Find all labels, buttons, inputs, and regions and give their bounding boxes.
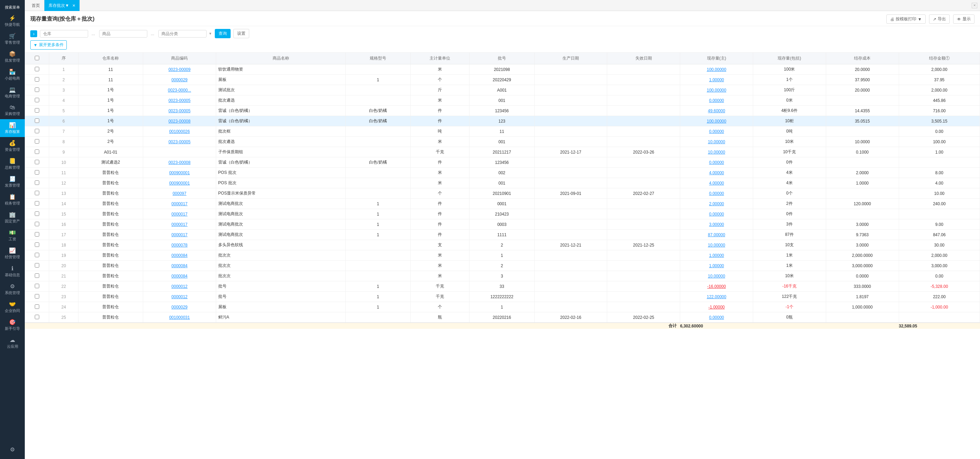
tab-close-icon[interactable]: ✕ (72, 3, 75, 8)
row-qty-main[interactable]: 10.00000 (680, 271, 753, 281)
row-qty-main[interactable]: 4.00000 (680, 168, 753, 178)
settings-gear-icon[interactable]: ⚙ (0, 443, 25, 456)
sidebar-search[interactable]: 搜索菜单 (0, 3, 25, 12)
row-checkbox[interactable] (35, 108, 39, 113)
row-checkbox[interactable] (35, 129, 39, 133)
sidebar-item-ministore[interactable]: 🏪 小超电商 (0, 66, 25, 84)
expand-filter-button[interactable]: › (30, 30, 37, 37)
sidebar-item-sysadmin[interactable]: ⚙ 系统管理 (0, 280, 25, 298)
row-qty-main[interactable]: 87.00000 (680, 230, 753, 240)
row-checkbox[interactable] (35, 273, 39, 278)
sidebar-item-quicknav[interactable]: ⚡ 快捷导航 (0, 12, 25, 30)
sidebar-item-wholesale[interactable]: 📦 批发管理 (0, 48, 25, 66)
row-checkbox[interactable] (35, 253, 39, 257)
row-qty-main[interactable]: 1.00000 (680, 75, 753, 85)
product-input[interactable] (99, 30, 147, 38)
row-checkbox[interactable] (35, 160, 39, 164)
window-close-button[interactable]: ✕ (972, 3, 977, 8)
sidebar-item-retail[interactable]: 🛒 零售管理 (0, 30, 25, 48)
row-code[interactable]: 0000029 (143, 75, 216, 85)
row-code[interactable]: 0000012 (143, 281, 216, 292)
row-code[interactable]: 0023-00005 (143, 137, 216, 147)
tab-inventory-batch[interactable]: 库存批次▼ ✕ (45, 0, 80, 11)
row-checkbox[interactable] (35, 88, 39, 92)
row-code[interactable]: 000900001 (143, 178, 216, 188)
row-code[interactable]: 000900001 (143, 168, 216, 178)
row-code[interactable]: 0000084 (143, 271, 216, 281)
row-code[interactable]: 0000017 (143, 219, 216, 230)
row-code[interactable]: 0000084 (143, 250, 216, 261)
row-checkbox[interactable] (35, 67, 39, 71)
row-checkbox[interactable] (35, 284, 39, 288)
row-code[interactable] (143, 147, 216, 157)
row-qty-main[interactable]: 3.00000 (680, 219, 753, 230)
row-checkbox[interactable] (35, 294, 39, 298)
row-checkbox[interactable] (35, 98, 39, 102)
row-code[interactable]: 0000078 (143, 240, 216, 250)
row-qty-main[interactable]: 2.00000 (680, 199, 753, 209)
row-qty-main[interactable]: 1.00000 (680, 261, 753, 271)
sidebar-item-inventory[interactable]: 📊 库存核算 (0, 119, 25, 137)
row-code[interactable]: 0023-00008 (143, 116, 216, 126)
row-qty-main[interactable]: 10.00000 (680, 240, 753, 250)
query-button[interactable]: 查询 (215, 29, 231, 38)
row-qty-main[interactable]: 0.00000 (680, 188, 753, 199)
export-button[interactable]: ↗ 导出 (929, 14, 950, 24)
sidebar-item-newbie[interactable]: 🎯 新手引导 (0, 316, 25, 334)
row-qty-main[interactable]: 49.60000 (680, 106, 753, 116)
row-checkbox[interactable] (35, 201, 39, 206)
row-qty-main[interactable]: 1.00000 (680, 250, 753, 261)
row-checkbox[interactable] (35, 232, 39, 237)
print-button[interactable]: 🖨 按模板打印 ▼ (886, 14, 926, 24)
row-code[interactable]: 0000017 (143, 230, 216, 240)
warehouse-input[interactable] (40, 30, 88, 38)
row-qty-main[interactable]: 100.00000 (680, 85, 753, 96)
row-checkbox[interactable] (35, 180, 39, 185)
category-input[interactable] (158, 30, 207, 38)
row-qty-main[interactable]: 4.00000 (680, 178, 753, 188)
settings-button[interactable]: 设置 (233, 29, 249, 38)
row-checkbox[interactable] (35, 77, 39, 81)
row-qty-main[interactable]: 0.00000 (680, 209, 753, 219)
sidebar-item-assets[interactable]: 🏢 固定资产 (0, 209, 25, 226)
sidebar-item-operations[interactable]: 📈 经营管理 (0, 244, 25, 262)
sidebar-item-invoice[interactable]: 🧾 发票管理 (0, 173, 25, 191)
sidebar-item-purchase[interactable]: 🛍 采购管理 (0, 102, 25, 119)
row-qty-main[interactable]: 100.00000 (680, 64, 753, 75)
tab-home[interactable]: 首页 (27, 0, 45, 11)
row-qty-main[interactable]: 10.00000 (680, 137, 753, 147)
row-checkbox[interactable] (35, 242, 39, 247)
row-checkbox[interactable] (35, 263, 39, 268)
row-qty-main[interactable]: 100.00000 (680, 116, 753, 126)
row-code[interactable]: 0023-0000... (143, 85, 216, 96)
row-qty-main[interactable]: 0.00000 (680, 312, 753, 323)
row-code[interactable]: 000097 (143, 188, 216, 199)
row-code[interactable]: 0000029 (143, 302, 216, 312)
row-code[interactable]: 001000031 (143, 312, 216, 323)
row-checkbox[interactable] (35, 118, 39, 123)
row-checkbox[interactable] (35, 304, 39, 309)
row-checkbox[interactable] (35, 150, 39, 154)
sidebar-item-basicinfo[interactable]: ℹ 基础信息 (0, 262, 25, 280)
row-code[interactable]: 0023-00005 (143, 106, 216, 116)
row-code[interactable]: 0023-00008 (143, 157, 216, 168)
row-code[interactable]: 0000012 (143, 292, 216, 302)
row-checkbox[interactable] (35, 222, 39, 226)
row-qty-main[interactable]: -1.00000 (680, 302, 753, 312)
row-code[interactable]: 0023-00005 (143, 96, 216, 106)
row-qty-main[interactable]: 122.00000 (680, 292, 753, 302)
sidebar-item-ecommerce[interactable]: 💻 电商管理 (0, 84, 25, 102)
row-code[interactable]: 0000017 (143, 209, 216, 219)
sidebar-item-finance[interactable]: 💰 资金管理 (0, 137, 25, 155)
display-button[interactable]: 👁 显示 (953, 14, 975, 24)
row-checkbox[interactable] (35, 315, 39, 319)
row-code[interactable]: 0000017 (143, 199, 216, 209)
expand-more-button[interactable]: ▼ 展开更多条件 (30, 40, 67, 49)
sidebar-item-collab[interactable]: 🤝 企业协同 (0, 298, 25, 316)
row-qty-main[interactable]: -16.00000 (680, 281, 753, 292)
sidebar-item-ledger[interactable]: 📒 总账管理 (0, 155, 25, 173)
sidebar-item-payroll[interactable]: 💵 工资 (0, 226, 25, 244)
row-code[interactable]: 001000026 (143, 126, 216, 137)
row-qty-main[interactable]: 0.00000 (680, 96, 753, 106)
sidebar-item-tax[interactable]: 📋 税务管理 (0, 191, 25, 209)
